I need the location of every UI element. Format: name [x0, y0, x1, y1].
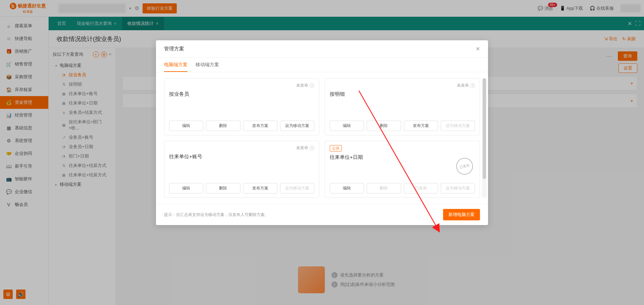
edit-button[interactable]: 编辑: [330, 183, 364, 193]
public-tag: 公共: [330, 145, 342, 151]
edit-button[interactable]: 编辑: [330, 121, 364, 131]
info-icon[interactable]: ?: [310, 83, 314, 88]
card-top: 未发布?: [330, 83, 475, 88]
card-title: 按业务员: [169, 91, 314, 97]
delete-button[interactable]: 删除: [367, 121, 401, 131]
modal-hint: 提示：仅汇总表支持设为移动方案，仅发布人可删除方案。: [164, 212, 269, 218]
modal-tab-mobile[interactable]: 移动端方案: [196, 62, 219, 72]
card-title: 按明细: [330, 91, 475, 97]
card-status: 未发布: [296, 145, 308, 151]
card-status: 未发布: [457, 83, 469, 88]
info-icon[interactable]: ?: [310, 146, 314, 150]
modal-title: 管理方案: [164, 46, 184, 52]
scheme-card: 未发布?往来单位+账号编辑删除发布方案设为移动方案: [164, 141, 319, 198]
card-top: 公共: [330, 145, 475, 151]
scrollbar-thumb[interactable]: [483, 78, 486, 179]
delete-button[interactable]: 删除: [206, 183, 240, 193]
modal-tabs: 电脑端方案 移动端方案: [156, 58, 488, 72]
card-title: 往来单位+账号: [169, 154, 314, 160]
close-icon[interactable]: ✕: [476, 46, 480, 52]
modal-tab-desktop[interactable]: 电脑端方案: [164, 62, 187, 72]
card-top: 未发布?: [169, 83, 314, 88]
publish-button[interactable]: 发布方案: [243, 183, 277, 193]
card-title: 往来单位+日期: [330, 154, 475, 161]
delete-button: 删除: [367, 183, 401, 193]
manage-scheme-modal: 管理方案 ✕ 电脑端方案 移动端方案 未发布?按业务员编辑删除发布方案设为移动方…: [156, 40, 488, 225]
card-top: 未发布?: [169, 145, 314, 151]
set-mobile-button: 设为移动方案: [441, 121, 475, 131]
edit-button[interactable]: 编辑: [169, 183, 203, 193]
modal-body: 未发布?按业务员编辑删除发布方案设为移动方案未发布?按明细编辑删除发布方案设为移…: [156, 72, 488, 204]
scheme-card: 公共往来单位+日期已发布编辑删除已发布设为移动方案: [325, 141, 480, 198]
card-actions: 编辑删除发布方案设为移动方案: [330, 121, 475, 131]
scheme-card: 未发布?按业务员编辑删除发布方案设为移动方案: [164, 78, 319, 135]
card-actions: 编辑删除发布方案设为移动方案: [169, 121, 314, 131]
info-icon[interactable]: ?: [470, 83, 475, 88]
modal-header: 管理方案 ✕: [156, 40, 488, 58]
set-mobile-button: 设为移动方案: [280, 183, 314, 193]
published-button: 已发布: [404, 183, 438, 193]
scheme-card: 未发布?按明细编辑删除发布方案设为移动方案: [325, 78, 480, 135]
set-mobile-button: 设为移动方案: [441, 183, 475, 193]
scrollbar[interactable]: [482, 78, 487, 198]
delete-button[interactable]: 删除: [206, 121, 240, 131]
publish-button[interactable]: 发布方案: [404, 121, 438, 131]
modal-footer: 提示：仅汇总表支持设为移动方案，仅发布人可删除方案。 新增电脑方案: [156, 204, 488, 225]
card-actions: 编辑删除发布方案设为移动方案: [169, 183, 314, 193]
publish-button[interactable]: 发布方案: [243, 121, 277, 131]
modal-mask: 管理方案 ✕ 电脑端方案 移动端方案 未发布?按业务员编辑删除发布方案设为移动方…: [0, 0, 644, 305]
card-actions: 编辑删除已发布设为移动方案: [330, 183, 475, 193]
card-status: 未发布: [296, 83, 308, 88]
edit-button[interactable]: 编辑: [169, 121, 203, 131]
set-mobile-button[interactable]: 设为移动方案: [280, 121, 314, 131]
add-scheme-button[interactable]: 新增电脑方案: [443, 209, 480, 220]
